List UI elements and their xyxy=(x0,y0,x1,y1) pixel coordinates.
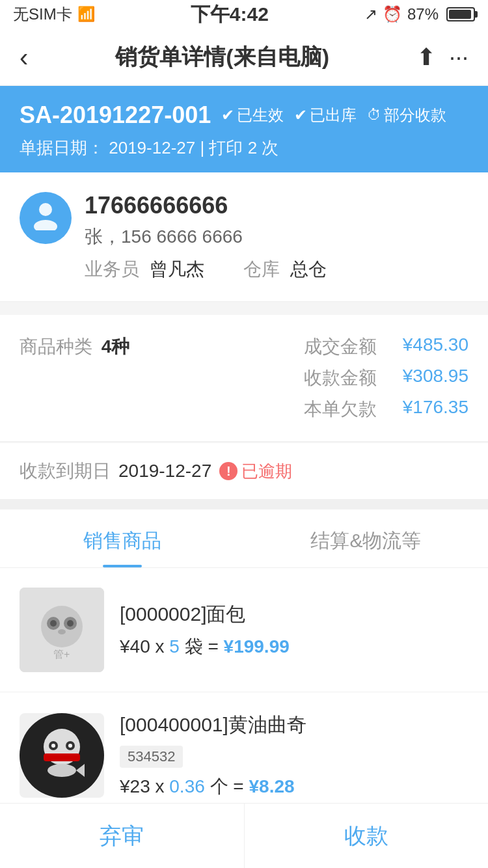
avatar xyxy=(20,192,72,244)
order-date-row: 单据日期： 2019-12-27 | 打印 2 次 xyxy=(20,137,468,159)
stats-left: 商品种类 4种 xyxy=(20,334,129,359)
nav-actions: ⬆ ··· xyxy=(416,44,468,71)
order-date-value: 2019-12-27 xyxy=(109,138,195,157)
transaction-label: 成交金额 xyxy=(304,334,377,359)
cancel-label: 弃审 xyxy=(100,821,144,851)
wifi-icon: 📶 xyxy=(77,6,95,23)
product-types-value: 4种 xyxy=(102,336,130,357)
svg-point-3 xyxy=(41,606,83,647)
product-types-label: 商品种类 xyxy=(20,336,92,357)
carrier-label: 无SIM卡 xyxy=(13,4,72,25)
order-print-unit: 次 xyxy=(262,138,278,157)
salesperson-value: 曾凡杰 xyxy=(150,259,204,279)
order-header-top: SA-20191227-001 ✔ 已生效 ✔ 已出库 ⏱ 部分收款 xyxy=(20,102,468,129)
balance-label: 本单欠款 xyxy=(304,397,377,422)
payment-label: 收款金额 xyxy=(304,366,377,390)
status-left: 无SIM卡 📶 xyxy=(13,4,95,25)
product-thumb-2 xyxy=(20,713,104,798)
customer-phone: 张，156 6666 6666 xyxy=(85,224,468,249)
order-id: SA-20191227-001 xyxy=(20,102,211,129)
svg-point-8 xyxy=(58,629,66,634)
order-header: SA-20191227-001 ✔ 已生效 ✔ 已出库 ⏱ 部分收款 单据日期：… xyxy=(0,86,488,172)
transaction-row: 成交金额 ¥485.30 xyxy=(304,334,468,359)
status-text-partial: 部分收款 xyxy=(384,105,446,126)
status-time: 下午4:42 xyxy=(191,1,269,28)
product-name-2: [000400001]黄油曲奇 xyxy=(120,712,468,739)
salesperson-label: 业务员 xyxy=(85,259,139,279)
payment-amount: ¥308.95 xyxy=(403,366,468,390)
status-badge-shipped: ✔ 已出库 xyxy=(294,105,357,126)
product-thumb-placeholder-1: 管+ xyxy=(20,588,104,672)
check-icon-2: ✔ xyxy=(294,106,307,124)
list-item: [000400001]黄油曲奇 534532 ¥23 x 0.36 个 = ¥8… xyxy=(0,692,488,819)
tab-settlement-label: 结算&物流等 xyxy=(310,530,421,551)
product-price-1: ¥40 x 5 袋 = ¥199.99 xyxy=(120,634,468,659)
product-multiply-2: x xyxy=(156,776,170,796)
customer-name: 17666666666 xyxy=(85,192,468,219)
warehouse-label: 仓库 xyxy=(243,259,280,279)
alarm-icon: ⏰ xyxy=(383,5,402,23)
product-unit-1: 袋 xyxy=(185,636,203,657)
battery-fill xyxy=(449,10,471,19)
battery-bar xyxy=(446,7,475,21)
svg-point-7 xyxy=(67,620,74,627)
bottom-bar: 弃审 收款 xyxy=(0,803,488,868)
svg-point-16 xyxy=(68,744,72,748)
product-total-2: ¥8.28 xyxy=(249,776,294,796)
svg-point-1 xyxy=(34,220,57,230)
list-item: 管+ [0000002]面包 ¥40 x 5 袋 = ¥199.99 xyxy=(0,568,488,692)
status-badge-partial: ⏱ 部分收款 xyxy=(367,105,446,126)
tab-settlement[interactable]: 结算&物流等 xyxy=(244,509,488,567)
status-text-shipped: 已出库 xyxy=(310,105,357,126)
nav-bar: ‹ 销货单详情(来自电脑) ⬆ ··· xyxy=(0,29,488,86)
overdue-icon: ! xyxy=(219,462,237,480)
stats-right: 成交金额 ¥485.30 收款金额 ¥308.95 本单欠款 ¥176.35 xyxy=(304,334,468,422)
product-types-item: 商品种类 4种 xyxy=(20,334,129,359)
salesperson-item: 业务员 曾凡杰 xyxy=(85,257,204,282)
customer-info: 17666666666 张，156 6666 6666 业务员 曾凡杰 仓库 总… xyxy=(85,192,468,282)
svg-point-15 xyxy=(51,744,55,748)
product-unit-price-1: ¥40 xyxy=(120,636,150,657)
svg-rect-12 xyxy=(44,753,80,761)
status-badge-effective: ✔ 已生效 xyxy=(221,105,284,126)
order-status-badges: ✔ 已生效 ✔ 已出库 ⏱ 部分收款 xyxy=(221,105,446,126)
check-icon-1: ✔ xyxy=(221,106,234,124)
svg-point-6 xyxy=(50,620,57,627)
section-divider-1 xyxy=(0,301,488,302)
product-equals-2: = xyxy=(233,776,249,796)
status-text-effective: 已生效 xyxy=(237,105,284,126)
product-price-2: ¥23 x 0.36 个 = ¥8.28 xyxy=(120,774,468,799)
status-right: ↗ ⏰ 87% xyxy=(364,5,475,23)
warehouse-value: 总仓 xyxy=(290,259,327,279)
stats-section: 商品种类 4种 成交金额 ¥485.30 收款金额 ¥308.95 本单欠款 ¥… xyxy=(0,315,488,441)
tab-sales-products[interactable]: 销售商品 xyxy=(0,509,244,567)
share-icon[interactable]: ⬆ xyxy=(416,44,436,71)
product-info-2: [000400001]黄油曲奇 534532 ¥23 x 0.36 个 = ¥8… xyxy=(120,712,468,799)
confirm-button[interactable]: 收款 xyxy=(244,804,489,868)
product-thumb-1: 管+ xyxy=(20,588,104,672)
tabs: 销售商品 结算&物流等 xyxy=(0,509,488,568)
main-divider xyxy=(0,499,488,509)
cancel-button[interactable]: 弃审 xyxy=(0,804,244,868)
confirm-label: 收款 xyxy=(344,821,388,851)
order-date-label: 单据日期： xyxy=(20,138,104,157)
customer-meta: 业务员 曾凡杰 仓库 总仓 xyxy=(85,257,468,282)
more-icon[interactable]: ··· xyxy=(449,44,468,71)
balance-amount: ¥176.35 xyxy=(403,397,468,422)
status-bar: 无SIM卡 📶 下午4:42 ↗ ⏰ 87% xyxy=(0,0,488,29)
transaction-amount: ¥485.30 xyxy=(403,334,468,359)
payment-row: 收款金额 ¥308.95 xyxy=(304,366,468,390)
product-unit-2: 个 xyxy=(210,776,228,796)
svg-point-0 xyxy=(39,203,52,216)
product-unit-price-2: ¥23 xyxy=(120,776,150,796)
product-qty-2: 0.36 xyxy=(169,776,205,796)
product-equals-1: = xyxy=(208,636,223,657)
battery-label: 87% xyxy=(407,5,439,23)
overdue-badge: ! 已逾期 xyxy=(219,460,292,483)
order-print-count: 2 xyxy=(248,138,257,157)
back-button[interactable]: ‹ xyxy=(20,44,28,70)
product-total-1: ¥199.99 xyxy=(224,636,290,657)
order-print-label: | 打印 xyxy=(200,138,243,157)
product-name-1: [0000002]面包 xyxy=(120,601,468,628)
svg-point-17 xyxy=(47,764,76,777)
